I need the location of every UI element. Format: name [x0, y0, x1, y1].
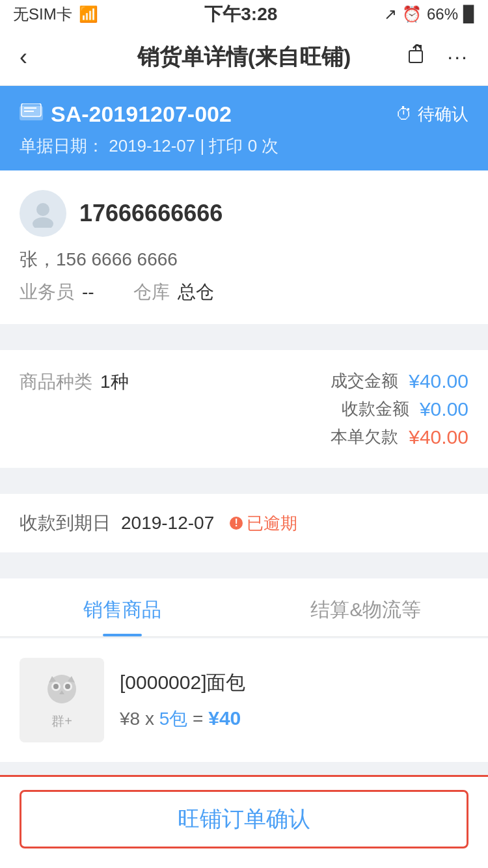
debt-row: 本单欠款 ¥40.00 — [331, 426, 468, 448]
summary-section: 商品种类 1种 成交金额 ¥40.00 收款金额 ¥0.00 本单欠款 ¥40.… — [0, 350, 488, 468]
more-button[interactable]: ··· — [447, 45, 468, 69]
status-text: 待确认 — [418, 103, 468, 126]
debt-label: 本单欠款 — [331, 426, 398, 448]
overdue-text: 已逾期 — [247, 512, 297, 535]
page-title: 销货单详情(来自旺铺) — [137, 42, 351, 72]
divider-2 — [0, 481, 488, 494]
order-number-row: SA-20191207-002 — [20, 102, 232, 127]
svg-point-7 — [33, 217, 53, 228]
status-clock-icon: ⏱ — [396, 104, 413, 124]
warehouse-value: 总仓 — [178, 280, 214, 305]
salesman-label: 业务员 — [20, 280, 74, 305]
divider-1 — [0, 337, 488, 350]
order-date-row: 单据日期： 2019-12-07 | 打印 0 次 — [20, 135, 468, 157]
order-icon — [20, 102, 43, 127]
order-header: SA-20191207-002 ⏱ 待确认 单据日期： 2019-12-07 |… — [0, 86, 488, 170]
tab-sales-products-label: 销售商品 — [83, 599, 161, 620]
customer-info: 张，156 6666 6666 — [20, 247, 468, 272]
status-bar-right: ↗ ⏰ 66% ▉ — [384, 5, 475, 23]
product-image: 群+ — [20, 658, 104, 742]
product-name: [0000002]面包 — [120, 670, 468, 696]
due-label: 收款到期日 — [20, 511, 111, 536]
kinds-value: 1种 — [100, 370, 129, 394]
divider-3 — [0, 565, 488, 578]
product-kinds-row: 商品种类 1种 — [20, 370, 129, 394]
avatar — [20, 190, 66, 237]
customer-phone: 17666666666 — [79, 200, 223, 227]
nav-actions: ··· — [407, 44, 468, 71]
product-qty: 5包 — [159, 709, 188, 729]
price-value: ¥8 — [120, 709, 140, 729]
print-info: | 打印 0 次 — [200, 136, 278, 156]
date-value: 2019-12-07 — [109, 136, 195, 156]
tab-settlement[interactable]: 结算&物流等 — [244, 578, 488, 636]
customer-section: 17666666666 张，156 6666 6666 业务员 -- 仓库 总仓 — [0, 170, 488, 324]
payment-value: ¥0.00 — [420, 398, 468, 420]
summary-left: 商品种类 1种 — [20, 370, 129, 394]
payment-label: 收款金额 — [342, 398, 409, 420]
customer-row: 17666666666 — [20, 190, 468, 237]
salesman-value: -- — [82, 282, 94, 303]
overdue-icon: ! — [230, 517, 243, 530]
svg-point-11 — [53, 684, 59, 689]
battery-icon: ▉ — [463, 5, 475, 23]
confirm-order-button[interactable]: 旺铺订单确认 — [20, 790, 468, 848]
tab-sales-products[interactable]: 销售商品 — [0, 578, 244, 636]
due-date-value: 2019-12-07 — [121, 513, 214, 534]
wifi-icon: 📶 — [79, 5, 98, 23]
due-section: 收款到期日 2019-12-07 ! 已逾期 — [0, 494, 488, 552]
product-logo-text: 群+ — [51, 712, 72, 730]
status-bar: 无SIM卡 📶 下午3:28 ↗ ⏰ 66% ▉ — [0, 0, 488, 29]
payment-row: 收款金额 ¥0.00 — [342, 398, 468, 420]
debt-value: ¥40.00 — [409, 426, 468, 448]
order-number-text: SA-20191207-002 — [51, 102, 232, 127]
transaction-value: ¥40.00 — [409, 370, 468, 392]
overdue-badge: ! 已逾期 — [230, 512, 297, 535]
date-label: 单据日期： — [20, 136, 104, 156]
kinds-label: 商品种类 — [20, 370, 92, 394]
status-time: 下午3:28 — [204, 2, 277, 27]
product-total: ¥40 — [208, 707, 241, 729]
location-icon: ↗ — [384, 5, 397, 23]
confirm-button-label: 旺铺订单确认 — [178, 804, 310, 834]
svg-rect-3 — [21, 103, 41, 116]
tab-settlement-label: 结算&物流等 — [310, 599, 421, 620]
svg-rect-0 — [409, 51, 422, 62]
svg-point-12 — [65, 684, 70, 689]
alarm-icon: ⏰ — [402, 5, 422, 23]
tabs-row: 销售商品 结算&物流等 — [0, 578, 488, 637]
product-item: 群+ [0000002]面包 ¥8 x 5包 = ¥40 — [0, 638, 488, 762]
share-button[interactable] — [407, 44, 427, 71]
customer-meta: 业务员 -- 仓库 总仓 — [20, 280, 468, 305]
transaction-row: 成交金额 ¥40.00 — [331, 370, 468, 392]
carrier-text: 无SIM卡 — [13, 4, 72, 25]
salesman-item: 业务员 -- — [20, 280, 94, 305]
back-button[interactable]: ‹ — [13, 37, 34, 77]
product-section: 群+ [0000002]面包 ¥8 x 5包 = ¥40 — [0, 638, 488, 762]
nav-bar: ‹ 销货单详情(来自旺铺) ··· — [0, 29, 488, 86]
transaction-label: 成交金额 — [331, 370, 398, 392]
summary-right: 成交金额 ¥40.00 收款金额 ¥0.00 本单欠款 ¥40.00 — [331, 370, 468, 448]
status-bar-left: 无SIM卡 📶 — [13, 4, 98, 25]
equals-sign: = — [193, 709, 203, 729]
warehouse-item: 仓库 总仓 — [133, 280, 214, 305]
svg-point-6 — [36, 203, 49, 216]
tabs-section: 销售商品 结算&物流等 — [0, 578, 488, 637]
warehouse-label: 仓库 — [133, 280, 170, 305]
order-status: ⏱ 待确认 — [396, 103, 468, 126]
bottom-button-area: 旺铺订单确认 — [0, 775, 488, 868]
product-details: [0000002]面包 ¥8 x 5包 = ¥40 — [120, 670, 468, 731]
battery-text: 66% — [427, 5, 458, 23]
multiply-sign: x — [145, 709, 154, 729]
product-price: ¥8 x 5包 = ¥40 — [120, 707, 468, 731]
